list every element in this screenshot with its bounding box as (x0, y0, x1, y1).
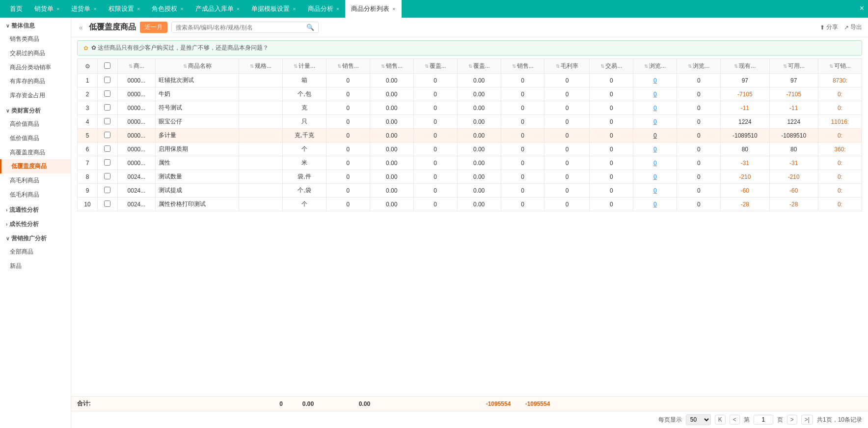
cell-browse1[interactable]: 0 (633, 129, 677, 143)
sidebar-group-marketing[interactable]: ∨ 营销推广分析 (0, 230, 71, 245)
row-checkbox[interactable] (104, 104, 110, 111)
sidebar-item-low-value[interactable]: 低价值商品 (0, 131, 71, 145)
col-sales-amount[interactable]: ⇅销售... (370, 59, 413, 74)
nav-product-analysis[interactable]: 商品分析 × (302, 0, 345, 18)
cell-checkbox[interactable] (98, 115, 118, 129)
cell-browse1[interactable]: 0 (633, 143, 677, 156)
cell-browse1[interactable]: 0 (633, 170, 677, 184)
col-coverage1[interactable]: ⇅覆盖... (413, 59, 457, 74)
cell-checkbox[interactable] (98, 170, 118, 184)
sidebar-item-category-rate[interactable]: 商品分类动销率 (0, 60, 71, 75)
cell-sales-amount: 0.00 (370, 115, 413, 129)
prev-page-button[interactable]: < (730, 415, 740, 425)
sidebar-item-low-margin[interactable]: 低毛利商品 (0, 188, 71, 202)
sidebar-item-sales-products[interactable]: 销售类商品 (0, 32, 71, 46)
cell-browse1[interactable]: 0 (633, 198, 677, 211)
sidebar-item-high-coverage[interactable]: 高覆盖度商品 (0, 145, 71, 160)
cell-checkbox[interactable] (98, 74, 118, 87)
cell-checkbox[interactable] (98, 129, 118, 143)
page-label: 页 (777, 416, 783, 424)
nav-product-analysis-list[interactable]: 商品分析列表 × (345, 0, 401, 18)
cell-checkbox[interactable] (98, 198, 118, 211)
cell-checkbox[interactable] (98, 101, 118, 115)
cell-browse1[interactable]: 0 (633, 115, 677, 129)
close-purchase-order-icon[interactable]: × (93, 6, 96, 12)
sidebar-item-traded-products[interactable]: 交易过的商品 (0, 46, 71, 60)
col-gross-margin[interactable]: ⇅毛利率 (544, 59, 590, 74)
cell-browse1[interactable]: 0 (633, 74, 677, 87)
sidebar-item-all-products[interactable]: 全部商品 (0, 245, 71, 259)
col-sales-count[interactable]: ⇅销售... (326, 59, 370, 74)
share-button[interactable]: ⬆ 分享 (820, 23, 838, 31)
row-checkbox[interactable] (104, 118, 110, 124)
close-product-inbound-icon[interactable]: × (237, 6, 240, 12)
sidebar-item-new-products[interactable]: 新品 (0, 259, 71, 273)
sidebar-item-high-value[interactable]: 高价值商品 (0, 117, 71, 131)
cell-checkbox[interactable] (98, 87, 118, 101)
cell-browse1[interactable]: 0 (633, 101, 677, 115)
sidebar-group-overall[interactable]: ∨ 整体信息 (0, 18, 71, 32)
sidebar-group-liquidity[interactable]: › 流通性分析 (0, 202, 71, 216)
col-trade[interactable]: ⇅交易... (590, 59, 633, 74)
search-icon[interactable]: 🔍 (306, 24, 314, 31)
col-available[interactable]: ⇅可用... (769, 59, 818, 74)
col-spec[interactable]: ⇅规格... (239, 59, 283, 74)
next-page-button[interactable]: > (787, 415, 797, 425)
col-browse2[interactable]: ⇅浏览... (677, 59, 721, 74)
col-unit[interactable]: ⇅计量... (283, 59, 326, 74)
close-template-settings-icon[interactable]: × (293, 6, 296, 12)
row-checkbox[interactable] (104, 173, 110, 179)
row-checkbox[interactable] (104, 77, 110, 83)
nav-role-auth[interactable]: 角色授权 × (146, 0, 189, 18)
last-page-button[interactable]: >| (801, 415, 813, 425)
cell-browse1[interactable]: 0 (633, 156, 677, 170)
close-sales-order-icon[interactable]: × (56, 6, 59, 12)
row-checkbox[interactable] (104, 159, 110, 166)
col-checkbox[interactable] (98, 59, 118, 74)
first-page-button[interactable]: K (715, 415, 726, 425)
col-browse1[interactable]: ⇅浏览... (633, 59, 677, 74)
col-sellable[interactable]: ⇅可销... (818, 59, 862, 74)
sidebar-item-high-margin[interactable]: 高毛利商品 (0, 173, 71, 188)
row-checkbox[interactable] (104, 132, 110, 138)
row-checkbox[interactable] (104, 200, 110, 207)
current-page-input[interactable] (754, 415, 773, 425)
col-settings[interactable]: ⚙ (78, 59, 98, 74)
row-checkbox[interactable] (104, 187, 110, 193)
export-button[interactable]: ↗ 导出 (844, 23, 862, 31)
collapse-sidebar-button[interactable]: « (77, 23, 85, 32)
col-name[interactable]: ⇅商品名称 (156, 59, 239, 74)
cell-browse1[interactable]: 0 (633, 87, 677, 101)
col-coverage2[interactable]: ⇅覆盖... (457, 59, 501, 74)
close-product-analysis-list-icon[interactable]: × (392, 6, 395, 12)
close-permission-settings-icon[interactable]: × (137, 6, 140, 12)
col-sales3[interactable]: ⇅销售... (501, 59, 544, 74)
row-checkbox[interactable] (104, 90, 110, 97)
table-container[interactable]: ⚙ ⇅商... ⇅商品名称 ⇅规格... ⇅计量... ⇅销售... ⇅销售..… (71, 58, 868, 396)
close-all-button[interactable]: × (860, 4, 864, 13)
nav-sales-order[interactable]: 销货单 × (28, 0, 65, 18)
nav-permission-settings[interactable]: 权限设置 × (103, 0, 146, 18)
sidebar-item-capital-usage[interactable]: 库存资金占用 (0, 88, 71, 103)
cell-browse1[interactable]: 0 (633, 184, 677, 198)
close-product-analysis-icon[interactable]: × (336, 6, 339, 12)
sidebar-item-low-coverage[interactable]: 低覆盖度商品 (0, 159, 71, 173)
sidebar-group-growth[interactable]: › 成长性分析 (0, 216, 71, 230)
nav-purchase-order[interactable]: 进货单 × (65, 0, 102, 18)
time-filter-button[interactable]: 近一月 (140, 22, 167, 33)
cell-checkbox[interactable] (98, 184, 118, 198)
nav-home[interactable]: 首页 (4, 0, 28, 18)
row-checkbox[interactable] (104, 145, 110, 152)
cell-checkbox[interactable] (98, 143, 118, 156)
col-code[interactable]: ⇅商... (117, 59, 156, 74)
search-input[interactable] (176, 24, 306, 31)
select-all-checkbox[interactable] (104, 62, 110, 69)
close-role-auth-icon[interactable]: × (180, 6, 183, 12)
cell-checkbox[interactable] (98, 156, 118, 170)
nav-template-settings[interactable]: 单据模板设置 × (245, 0, 301, 18)
sidebar-item-in-stock[interactable]: 有库存的商品 (0, 74, 71, 88)
col-current-stock[interactable]: ⇅现有... (721, 59, 769, 74)
page-size-select[interactable]: 50 100 200 (686, 414, 711, 425)
nav-product-inbound[interactable]: 产成品入库单 × (190, 0, 245, 18)
sidebar-group-wealth[interactable]: ∨ 类财富分析 (0, 103, 71, 117)
